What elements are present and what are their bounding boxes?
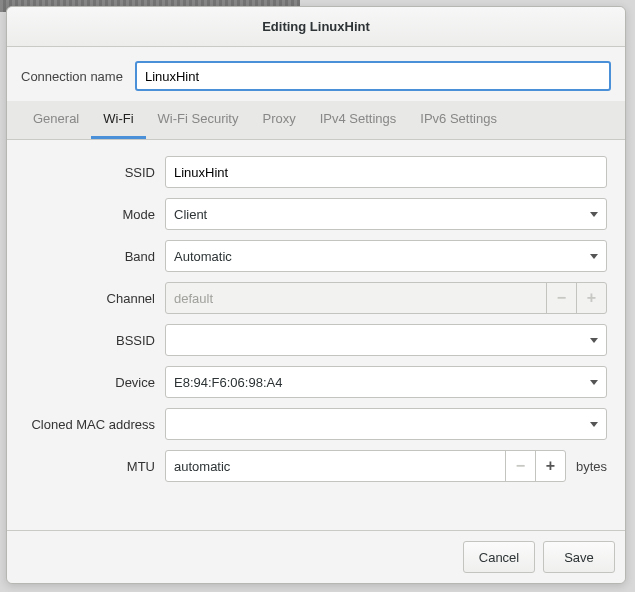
connection-name-row: Connection name [7,47,625,101]
tab-bar: General Wi-Fi Wi-Fi Security Proxy IPv4 … [7,101,625,140]
mtu-spinner[interactable]: automatic − + [165,450,566,482]
tab-ipv4[interactable]: IPv4 Settings [308,101,409,139]
band-label: Band [25,249,165,264]
row-cloned-mac: Cloned MAC address [25,408,607,440]
button-bar: Cancel Save [7,530,625,583]
cancel-button[interactable]: Cancel [463,541,535,573]
device-label: Device [25,375,165,390]
cloned-mac-label: Cloned MAC address [25,417,165,432]
form-area: SSID Mode Client Band Automatic [7,140,625,530]
dialog-window: Editing LinuxHint Connection name Genera… [6,6,626,584]
channel-increment: + [576,283,606,313]
chevron-down-icon [590,338,598,343]
channel-decrement: − [546,283,576,313]
tab-general[interactable]: General [21,101,91,139]
mtu-label: MTU [25,459,165,474]
channel-value: default [166,283,546,313]
mode-label: Mode [25,207,165,222]
window-title: Editing LinuxHint [262,19,370,34]
row-band: Band Automatic [25,240,607,272]
mtu-increment[interactable]: + [535,451,565,481]
chevron-down-icon [590,380,598,385]
band-value: Automatic [174,249,232,264]
tab-proxy[interactable]: Proxy [250,101,307,139]
titlebar: Editing LinuxHint [7,7,625,47]
tab-ipv6[interactable]: IPv6 Settings [408,101,509,139]
row-mtu: MTU automatic − + bytes [25,450,607,482]
connection-name-label: Connection name [21,69,123,84]
channel-label: Channel [25,291,165,306]
save-button[interactable]: Save [543,541,615,573]
ssid-label: SSID [25,165,165,180]
band-select[interactable]: Automatic [165,240,607,272]
row-device: Device E8:94:F6:06:98:A4 [25,366,607,398]
row-bssid: BSSID [25,324,607,356]
row-ssid: SSID [25,156,607,188]
connection-name-input[interactable] [135,61,611,91]
bssid-label: BSSID [25,333,165,348]
tab-wifi-security[interactable]: Wi-Fi Security [146,101,251,139]
bssid-select[interactable] [165,324,607,356]
channel-spinner: default − + [165,282,607,314]
row-channel: Channel default − + [25,282,607,314]
chevron-down-icon [590,422,598,427]
chevron-down-icon [590,254,598,259]
chevron-down-icon [590,212,598,217]
mtu-decrement: − [505,451,535,481]
ssid-input[interactable] [165,156,607,188]
cloned-mac-select[interactable] [165,408,607,440]
tab-wifi[interactable]: Wi-Fi [91,101,145,139]
mtu-unit: bytes [572,459,607,474]
row-mode: Mode Client [25,198,607,230]
mtu-value: automatic [166,451,505,481]
device-value: E8:94:F6:06:98:A4 [174,375,282,390]
mode-select[interactable]: Client [165,198,607,230]
device-select[interactable]: E8:94:F6:06:98:A4 [165,366,607,398]
mode-value: Client [174,207,207,222]
